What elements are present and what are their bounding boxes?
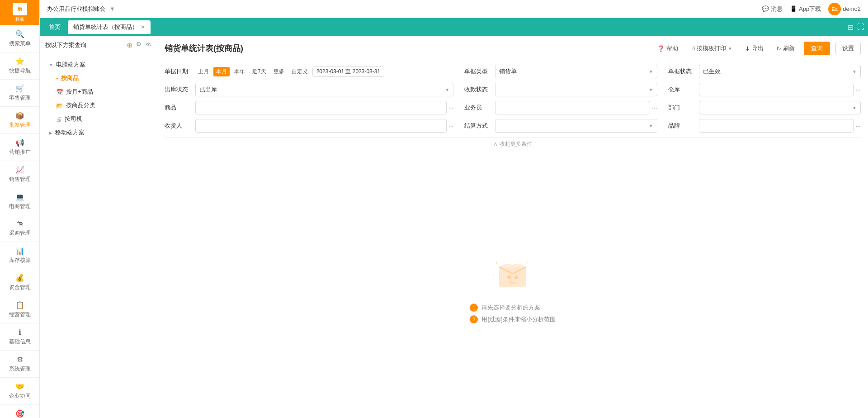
tab-stats[interactable]: 销货单统计表（按商品） ✕ bbox=[68, 20, 151, 34]
department-select[interactable]: ▼ bbox=[699, 101, 861, 114]
filter-row-3: 商品 ··· 业务员 ··· 部门 ▼ bbox=[165, 101, 861, 114]
industry-label: 办公用品行业模拟账套 bbox=[47, 5, 106, 13]
out-status-value: 已出库 bbox=[199, 86, 217, 94]
sidebar-item-operations[interactable]: 📋 经营管理 bbox=[0, 296, 39, 323]
edit-scheme-icon[interactable]: ⚙ bbox=[136, 41, 142, 49]
tree-item-by-category[interactable]: 📂 按商品分类 bbox=[40, 99, 157, 112]
sidebar-item-system[interactable]: ⚙ 系统管理 bbox=[0, 351, 39, 378]
ecommerce-icon: 💻 bbox=[15, 193, 24, 201]
finance-icon: 💰 bbox=[15, 274, 24, 282]
filter-salesperson: 业务员 ··· bbox=[464, 101, 657, 114]
tree-arrow-icon: ▼ bbox=[49, 62, 53, 67]
tab-expand-icon[interactable]: ⛶ bbox=[857, 23, 864, 32]
warehouse-input[interactable] bbox=[699, 83, 854, 96]
sidebar-item-purchase[interactable]: 🛍 采购管理 bbox=[0, 215, 39, 242]
tab-home[interactable]: 首页 bbox=[43, 20, 66, 34]
tab-minimize-icon[interactable]: ⊟ bbox=[848, 23, 854, 32]
doc-status-value: 已生效 bbox=[703, 67, 721, 76]
brand-label: 品牌 bbox=[668, 122, 695, 130]
industry-dropdown-icon[interactable]: ▼ bbox=[109, 5, 115, 12]
message-btn[interactable]: 💬 消息 bbox=[762, 5, 783, 13]
date-tag-this-month[interactable]: 本月 bbox=[213, 67, 230, 76]
tree-desktop-section[interactable]: ▼ 电脑端方案 bbox=[40, 58, 157, 71]
date-tag-this-year[interactable]: 本年 bbox=[231, 67, 248, 76]
recipient-input[interactable] bbox=[195, 119, 447, 133]
sidebar-item-guide[interactable]: 🎯 新手引导 bbox=[0, 405, 39, 418]
sidebar-item-marketing[interactable]: 📢 营销推广 bbox=[0, 134, 39, 161]
receipt-status-select[interactable]: ▼ bbox=[495, 83, 657, 96]
doc-status-select[interactable]: 已生效 ▼ bbox=[699, 65, 861, 78]
add-scheme-icon[interactable]: ⊕ bbox=[127, 41, 132, 49]
sidebar-item-basic[interactable]: ℹ 基础信息 bbox=[0, 323, 39, 351]
product-input[interactable] bbox=[195, 101, 447, 114]
filter-out-status: 出库状态 已出库 ▼ bbox=[165, 83, 453, 96]
sidebar-item-ecommerce[interactable]: 💻 电商管理 bbox=[0, 188, 39, 215]
tab-close-icon[interactable]: ✕ bbox=[141, 24, 145, 30]
system-icon: ⚙ bbox=[17, 355, 23, 364]
payment-method-select[interactable]: ▼ bbox=[495, 119, 657, 133]
app-download-label: App下载 bbox=[799, 5, 821, 13]
product-dots[interactable]: ··· bbox=[448, 104, 454, 111]
department-arrow: ▼ bbox=[852, 105, 857, 110]
app-logo: 畅 标账 bbox=[0, 0, 40, 25]
warehouse-dots[interactable]: ··· bbox=[855, 86, 861, 93]
sidebar-item-retail[interactable]: 🛒 零售管理 bbox=[0, 80, 39, 107]
empty-illustration: ✦ ✦ ★ bbox=[490, 251, 535, 296]
printer-icon: 🖨 bbox=[56, 116, 62, 123]
tree-item-by-printer[interactable]: 🖨 按司机 bbox=[40, 112, 157, 126]
date-tag-more[interactable]: 更多 bbox=[271, 67, 287, 76]
sidebar-item-wholesale[interactable]: 📦 批发管理 bbox=[0, 107, 39, 134]
sidebar-item-search[interactable]: 🔍 搜索菜单 bbox=[0, 25, 39, 52]
user-menu[interactable]: Ea demo2 bbox=[828, 3, 861, 15]
sidebar-item-finance[interactable]: 💰 资金管理 bbox=[0, 269, 39, 296]
brand-input[interactable] bbox=[699, 119, 854, 133]
tree-item-by-month-product[interactable]: 📅 按月+商品 bbox=[40, 85, 157, 99]
header-right: 💬 消息 📱 App下载 Ea demo2 bbox=[762, 3, 861, 15]
settings-btn[interactable]: 设置 bbox=[835, 42, 861, 55]
recipient-dots[interactable]: ··· bbox=[448, 122, 454, 129]
export-btn[interactable]: ⬇ 导出 bbox=[741, 43, 767, 54]
sidebar-item-inventory[interactable]: 📊 库存核算 bbox=[0, 242, 39, 269]
filter-brand: 品牌 ··· bbox=[668, 119, 861, 133]
app-download-btn[interactable]: 📱 App下载 bbox=[790, 5, 821, 13]
help-btn[interactable]: ❓ 帮助 bbox=[654, 43, 682, 54]
sidebar-item-sales[interactable]: 📈 销售管理 bbox=[0, 161, 39, 188]
tree-item-label: 按商品分类 bbox=[66, 101, 95, 109]
header-left: 办公用品行业模拟账套 ▼ bbox=[47, 5, 115, 13]
date-tag-last-month[interactable]: 上月 bbox=[195, 67, 212, 76]
brand-dots[interactable]: ··· bbox=[855, 122, 861, 129]
svg-text:★: ★ bbox=[492, 274, 495, 276]
salesperson-label: 业务员 bbox=[464, 104, 491, 112]
logo-icon: 畅 bbox=[13, 3, 27, 15]
print-icon: 🖨 bbox=[691, 45, 697, 52]
tree-item-by-product[interactable]: ● 按商品 bbox=[40, 71, 157, 85]
out-status-select[interactable]: 已出库 ▼ bbox=[195, 83, 453, 96]
sidebar-item-enterprise[interactable]: 🤝 企业协同 bbox=[0, 378, 39, 405]
tree-mobile-arrow-icon: ▶ bbox=[49, 130, 52, 135]
sidebar-item-label: 批发管理 bbox=[9, 121, 31, 129]
page-header: 销货单统计表(按商品) ❓ 帮助 🖨 按模板打印 ▼ ⬇ 导出 bbox=[157, 36, 868, 59]
user-avatar: Ea bbox=[828, 3, 841, 15]
tree-mobile-section[interactable]: ▶ 移动端方案 bbox=[40, 126, 157, 139]
sidebar-item-label: 基础信息 bbox=[9, 338, 31, 346]
print-dropdown-arrow[interactable]: ▼ bbox=[728, 46, 732, 51]
salesperson-dots[interactable]: ··· bbox=[652, 104, 657, 111]
quick-nav-icon: ⭐ bbox=[15, 57, 24, 66]
selected-indicator: ● bbox=[56, 76, 58, 81]
collapse-bar[interactable]: ∧ 收起更多条件 bbox=[165, 137, 861, 151]
svg-point-2 bbox=[514, 276, 518, 279]
refresh-btn[interactable]: ↻ 刷新 bbox=[773, 43, 798, 54]
svg-text:✦: ✦ bbox=[525, 261, 528, 265]
sidebar-item-quick-nav[interactable]: ⭐ 快捷导航 bbox=[0, 52, 39, 80]
sales-icon: 📈 bbox=[15, 166, 24, 174]
sidebar: 畅 标账 🔍 搜索菜单 ⭐ 快捷导航 🛒 零售管理 📦 批发管理 📢 营销推广 … bbox=[0, 0, 40, 418]
salesperson-input[interactable] bbox=[495, 101, 650, 114]
date-tag-7days[interactable]: 近7天 bbox=[250, 67, 269, 76]
print-btn[interactable]: 🖨 按模板打印 ▼ bbox=[687, 43, 736, 54]
query-btn[interactable]: 查询 bbox=[804, 42, 830, 55]
doc-type-select[interactable]: 销货单 ▼ bbox=[495, 65, 657, 78]
main-area: 办公用品行业模拟账套 ▼ 💬 消息 📱 App下载 Ea demo2 首页 销货… bbox=[40, 0, 868, 418]
collapse-scheme-icon[interactable]: ≪ bbox=[145, 41, 151, 49]
export-icon: ⬇ bbox=[745, 45, 750, 52]
date-tag-custom[interactable]: 自定义 bbox=[289, 67, 311, 76]
